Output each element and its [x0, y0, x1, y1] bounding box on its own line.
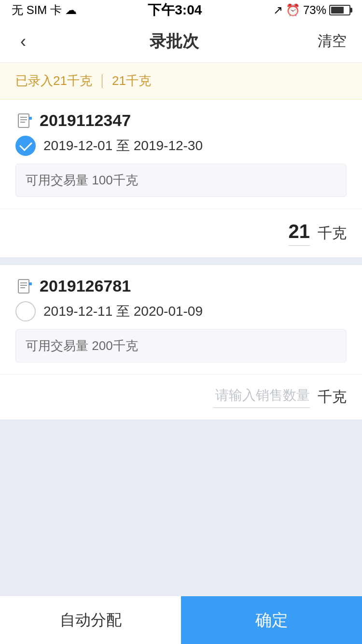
input-row-2: 请输入销售数量 千克: [0, 374, 362, 420]
empty-space: [0, 420, 362, 596]
svg-rect-3: [20, 122, 25, 123]
page-title: 录批次: [150, 30, 199, 53]
batch-availability-1: 可用交易量 100千克: [15, 164, 347, 197]
batch-doc-icon-1: [15, 112, 35, 129]
batch-item-2: 2019126781 2019-12-11 至 2020-01-09 可用交易量…: [0, 265, 362, 374]
recorded-label: 已录入21千克: [15, 72, 92, 89]
summary-total: 21千克: [112, 72, 151, 89]
bottom-bar: 自动分配 确定: [0, 596, 362, 644]
radio-1[interactable]: [15, 136, 36, 156]
svg-rect-8: [20, 287, 25, 288]
summary-divider: [102, 74, 102, 88]
clear-button[interactable]: 清空: [318, 31, 347, 51]
status-right: ↗ ⏰ 73%: [273, 3, 350, 17]
svg-rect-1: [20, 117, 27, 118]
confirm-button[interactable]: 确定: [181, 596, 362, 644]
batch-id-2: 2019126781: [40, 277, 131, 295]
batch-date-2: 2019-12-11 至 2020-01-09: [43, 302, 203, 321]
batch-id-1: 2019112347: [40, 111, 131, 130]
batch-doc-icon-2: [15, 278, 35, 295]
batch-date-1: 2019-12-01 至 2019-12-30: [43, 137, 203, 155]
content-area: 已录入21千克 21千克 2019112347 2019-12-01 至 201…: [0, 63, 362, 596]
auto-distribute-button[interactable]: 自动分配: [0, 596, 181, 644]
sim-label: 无 SIM 卡 ☁: [12, 2, 77, 18]
svg-rect-2: [20, 119, 27, 120]
quantity-display-1[interactable]: 21: [289, 221, 310, 246]
batch-availability-2: 可用交易量 200千克: [15, 329, 347, 363]
alarm-icon: ⏰: [286, 3, 300, 17]
input-unit-2: 千克: [318, 387, 347, 407]
svg-rect-7: [20, 285, 27, 286]
batch-item-1: 2019112347 2019-12-01 至 2019-12-30 可用交易量…: [0, 99, 362, 209]
svg-rect-9: [29, 282, 32, 285]
quantity-placeholder-2: 请输入销售数量: [215, 388, 310, 403]
batch-date-row-1[interactable]: 2019-12-01 至 2019-12-30: [15, 136, 347, 156]
location-icon: ↗: [273, 3, 283, 17]
svg-rect-5: [18, 280, 29, 293]
batch-header-1: 2019112347: [15, 111, 347, 130]
status-bar: 无 SIM 卡 ☁ 下午3:04 ↗ ⏰ 73%: [0, 0, 362, 20]
svg-rect-4: [29, 117, 32, 120]
status-left: 无 SIM 卡 ☁: [12, 2, 77, 18]
section-divider: [0, 257, 362, 265]
quantity-input-wrapper-2[interactable]: 请输入销售数量: [213, 386, 310, 408]
svg-rect-6: [20, 282, 27, 283]
nav-bar: ‹ 录批次 清空: [0, 20, 362, 63]
batch-date-row-2[interactable]: 2019-12-11 至 2020-01-09: [15, 301, 347, 322]
batch-header-2: 2019126781: [15, 277, 347, 295]
quantity-value-1: 21: [289, 221, 310, 242]
back-button[interactable]: ‹: [15, 27, 31, 56]
svg-rect-0: [18, 114, 29, 127]
battery-percent: 73%: [303, 3, 326, 17]
status-time: 下午3:04: [148, 1, 202, 19]
battery-icon: [329, 5, 350, 15]
quantity-unit-1: 千克: [318, 224, 347, 243]
summary-banner: 已录入21千克 21千克: [0, 63, 362, 99]
radio-2[interactable]: [15, 301, 36, 322]
quantity-row-1: 21 千克: [0, 209, 362, 257]
